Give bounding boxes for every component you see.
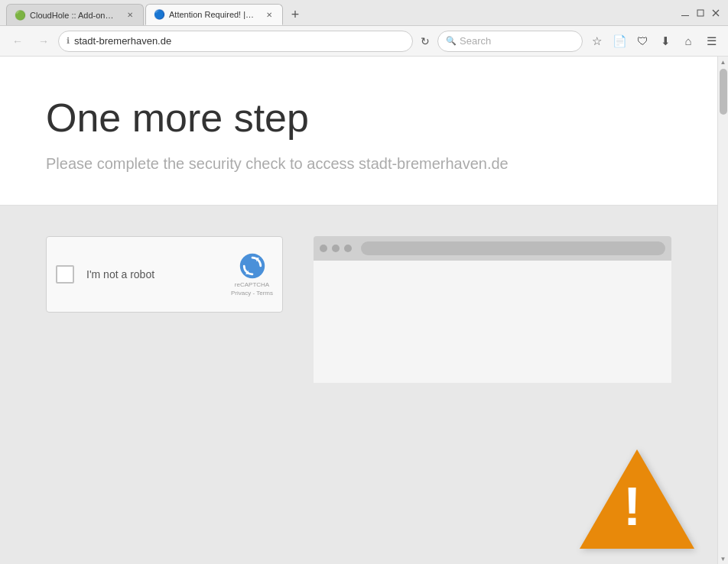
inner-dot-2 (332, 245, 340, 252)
back-button[interactable]: ← (6, 30, 29, 53)
menu-button[interactable]: ☰ (700, 31, 722, 52)
browser-content: One more step Please complete the securi… (0, 57, 728, 564)
close-button[interactable] (710, 7, 722, 19)
toolbar-icons: ☆ 📄 🛡 ⬇ ⌂ ☰ (586, 31, 722, 52)
tab-group: 🟢 CloudHole :: Add-ons for ... ✕ 🔵 Atten… (6, 0, 306, 25)
tab-favicon-cloudhole: 🟢 (15, 10, 25, 21)
recaptcha-logo-area: reCAPTCHA Privacy - Terms (231, 252, 273, 297)
inner-browser-mockup (314, 236, 671, 389)
page-title: One more step (46, 95, 671, 141)
recaptcha-widget[interactable]: I'm not a robot reCAPTC (46, 236, 283, 313)
inner-browser-body (314, 261, 671, 383)
browser-window: 🟢 CloudHole :: Add-ons for ... ✕ 🔵 Atten… (0, 0, 728, 564)
scrollbar-thumb[interactable] (720, 69, 727, 115)
scrollbar-up-arrow[interactable]: ▲ (718, 57, 729, 67)
page-content: One more step Please complete the securi… (0, 57, 717, 564)
tab-title-attention: Attention Required! | Clou... (169, 10, 256, 19)
title-bar: 🟢 CloudHole :: Add-ons for ... ✕ 🔵 Atten… (0, 0, 728, 26)
url-text: stadt-bremerhaven.de (74, 35, 405, 47)
search-bar[interactable]: 🔍 Search (437, 31, 583, 52)
address-bar[interactable]: ℹ stadt-bremerhaven.de (58, 31, 413, 52)
shield-button[interactable]: 🛡 (632, 31, 653, 52)
download-button[interactable]: ⬇ (655, 31, 676, 52)
search-icon: 🔍 (446, 36, 457, 46)
hero-section: One more step Please complete the securi… (0, 57, 717, 206)
page-subtitle: Please complete the security check to ac… (46, 153, 671, 174)
inner-dot-1 (320, 245, 327, 252)
scrollbar-track[interactable] (718, 67, 728, 553)
tab-favicon-attention: 🔵 (154, 9, 164, 20)
scrollbar-vertical[interactable]: ▲ ▼ (717, 57, 728, 564)
recaptcha-inner: I'm not a robot reCAPTC (56, 252, 273, 297)
bookmark-star-button[interactable]: ☆ (586, 31, 607, 52)
recaptcha-checkbox[interactable] (56, 265, 74, 284)
minimize-button[interactable] (679, 7, 691, 19)
gray-section: I'm not a robot reCAPTC (0, 206, 717, 564)
maximize-button[interactable] (694, 7, 707, 19)
tab-cloudhole[interactable]: 🟢 CloudHole :: Add-ons for ... ✕ (6, 4, 144, 25)
svg-rect-0 (681, 15, 689, 16)
recaptcha-label: I'm not a robot (86, 268, 219, 280)
window-controls (679, 7, 722, 19)
new-tab-button[interactable]: + (284, 4, 306, 25)
scrollbar-down-arrow[interactable]: ▼ (718, 553, 729, 564)
svg-rect-1 (697, 10, 704, 16)
inner-browser-bar (314, 236, 671, 261)
inner-dot-3 (344, 245, 352, 252)
warning-triangle: ! (580, 449, 694, 549)
tab-attention[interactable]: 🔵 Attention Required! | Clou... ✕ (145, 4, 283, 25)
reader-button[interactable]: 📄 (609, 31, 630, 52)
home-button[interactable]: ⌂ (678, 31, 699, 52)
triangle-shape: ! (580, 449, 694, 549)
recaptcha-links: Privacy - Terms (231, 290, 273, 297)
recaptcha-brand-text: reCAPTCHA (235, 281, 269, 288)
tab-title-cloudhole: CloudHole :: Add-ons for ... (30, 11, 117, 20)
info-icon: ℹ (67, 36, 70, 46)
search-placeholder-text: Search (460, 35, 491, 47)
forward-button[interactable]: → (32, 30, 55, 53)
reload-button[interactable]: ↻ (416, 32, 434, 50)
recaptcha-logo-icon (239, 252, 266, 280)
nav-bar: ← → ℹ stadt-bremerhaven.de ↻ 🔍 Search ☆ … (0, 26, 728, 57)
tab-close-cloudhole[interactable]: ✕ (125, 10, 135, 21)
exclamation-icon: ! (623, 480, 641, 533)
inner-address-bar (361, 241, 665, 255)
tab-close-attention[interactable]: ✕ (264, 9, 275, 20)
